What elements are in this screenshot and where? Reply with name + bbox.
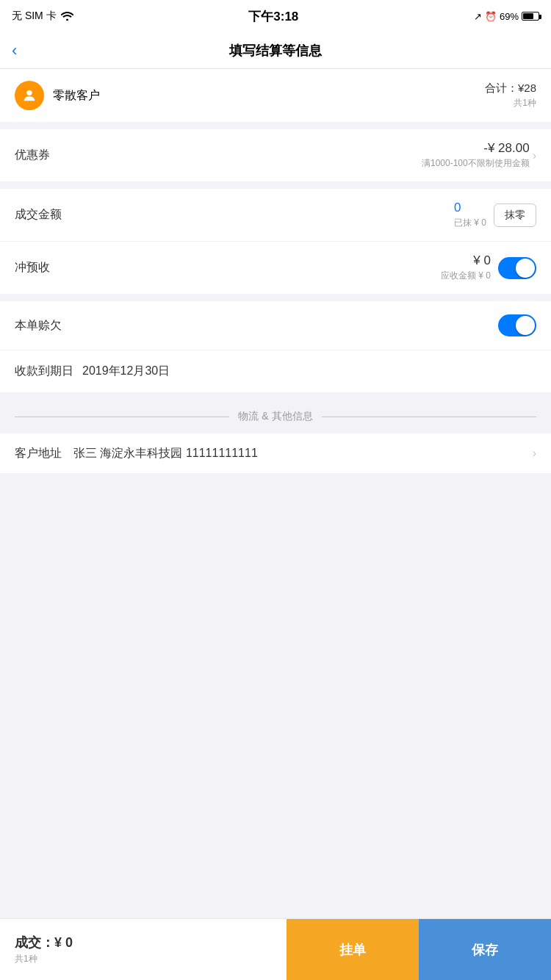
total-count: 共1种: [485, 97, 536, 109]
bottom-bar: 成交：¥ 0 共1种 挂单 保存: [0, 918, 551, 980]
transaction-right: 0 已抹 ¥ 0 抹零: [454, 201, 536, 229]
address-label: 客户地址: [15, 446, 62, 461]
page-title: 填写结算等信息: [229, 42, 322, 60]
chong-label: 冲预收: [15, 260, 50, 275]
carrier-text: 无 SIM 卡: [12, 10, 57, 23]
date-value: 2019年12月30日: [82, 364, 170, 379]
address-left: 客户地址 张三 海淀永丰科技园 11111111111: [15, 445, 258, 461]
bottom-summary: 成交：¥ 0 共1种: [0, 934, 287, 965]
status-time: 下午3:18: [248, 8, 298, 25]
customer-right: 合计：¥28 共1种: [485, 82, 536, 109]
bottom-deal-value: ¥ 0: [54, 935, 73, 950]
coupon-row[interactable]: 优惠券 -¥ 28.00 满1000-100不限制使用金额 ›: [0, 129, 551, 181]
coupon-discount: -¥ 28.00: [422, 141, 530, 156]
bottom-deal-label: 成交：: [15, 935, 54, 950]
address-chevron-icon: ›: [533, 447, 536, 460]
customer-row: 零散客户 合计：¥28 共1种: [0, 69, 551, 122]
logistics-line-right: [322, 417, 536, 417]
location-icon: ↗: [474, 11, 482, 22]
save-button[interactable]: 保存: [419, 919, 551, 980]
chong-main-value: ¥ 0: [441, 253, 491, 268]
round-zero-button[interactable]: 抹零: [494, 203, 536, 227]
debt-label: 本单赊欠: [15, 318, 62, 334]
transaction-row: 成交金额 0 已抹 ¥ 0 抹零: [0, 189, 551, 242]
transaction-value: 0: [454, 201, 486, 215]
status-right: ↗ ⏰ 69%: [474, 11, 539, 22]
main-content: 零散客户 合计：¥28 共1种 优惠券 -¥ 28.00 满1000-100不限…: [0, 69, 551, 693]
date-row: 收款到期日 2019年12月30日: [0, 350, 551, 392]
chevron-right-icon: ›: [533, 149, 536, 162]
bottom-deal-text: 成交：¥ 0: [15, 934, 272, 951]
logistics-header: 物流 & 其他信息: [0, 400, 551, 433]
transaction-label: 成交金额: [15, 207, 62, 223]
chong-sub-value: 应收金额 ¥ 0: [441, 270, 491, 282]
empty-space: [0, 480, 551, 627]
logistics-line-left: [15, 417, 229, 417]
chong-values: ¥ 0 应收金额 ¥ 0: [441, 253, 491, 282]
chong-row: 冲预收 ¥ 0 应收金额 ¥ 0: [0, 242, 551, 294]
customer-left: 零散客户: [15, 81, 100, 110]
bottom-count: 共1种: [15, 953, 272, 965]
total-amount: 合计：¥28: [485, 82, 536, 96]
alarm-icon: ⏰: [485, 11, 497, 22]
avatar: [15, 81, 44, 110]
nav-bar: ‹ 填写结算等信息: [0, 32, 551, 69]
address-row[interactable]: 客户地址 张三 海淀永丰科技园 11111111111 ›: [0, 433, 551, 473]
address-value: 张三 海淀永丰科技园 11111111111: [73, 445, 258, 461]
transaction-section: 成交金额 0 已抹 ¥ 0 抹零 冲预收 ¥ 0 应收金额 ¥ 0: [0, 189, 551, 294]
back-button[interactable]: ‹: [12, 41, 17, 60]
battery-icon: [522, 12, 539, 21]
debt-toggle[interactable]: [498, 314, 536, 336]
customer-name: 零散客户: [53, 88, 100, 104]
coupon-right: -¥ 28.00 满1000-100不限制使用金额 ›: [422, 141, 536, 170]
debt-section: 本单赊欠 收款到期日 2019年12月30日: [0, 301, 551, 392]
coupon-description: 满1000-100不限制使用金额: [422, 157, 530, 170]
bottom-actions: 挂单 保存: [287, 919, 551, 980]
chong-toggle[interactable]: [498, 257, 536, 279]
logistics-label: 物流 & 其他信息: [238, 410, 312, 423]
status-left: 无 SIM 卡: [12, 10, 73, 23]
chong-right: ¥ 0 应收金额 ¥ 0: [441, 253, 536, 282]
wifi-icon: [61, 12, 73, 21]
battery-text: 69%: [500, 11, 519, 22]
debt-row: 本单赊欠: [0, 301, 551, 350]
pending-button[interactable]: 挂单: [287, 919, 419, 980]
date-label: 收款到期日: [15, 364, 73, 379]
transaction-sub: 已抹 ¥ 0: [454, 217, 486, 229]
status-bar: 无 SIM 卡 下午3:18 ↗ ⏰ 69%: [0, 0, 551, 32]
svg-point-0: [26, 90, 32, 96]
coupon-label: 优惠券: [15, 148, 50, 163]
